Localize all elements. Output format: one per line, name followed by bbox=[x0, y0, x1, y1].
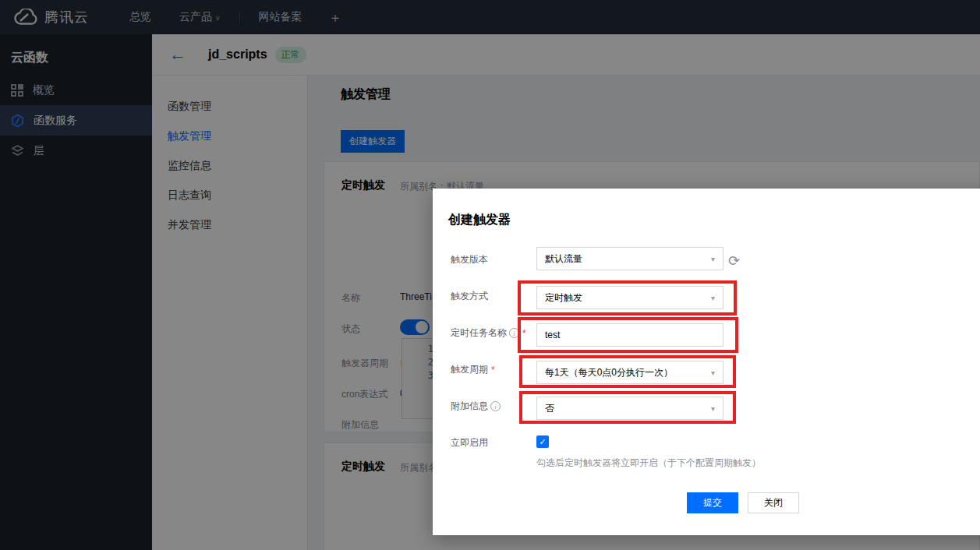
enable-now-checkbox[interactable]: ✓ bbox=[536, 435, 549, 448]
chevron-down-icon: ▾ bbox=[711, 368, 715, 377]
field-label-method: 触发方式 bbox=[451, 290, 488, 303]
required-asterisk: * bbox=[522, 328, 526, 339]
field-label-version: 触发版本 bbox=[451, 253, 488, 266]
chevron-down-icon: ▾ bbox=[711, 255, 715, 263]
required-asterisk: * bbox=[491, 365, 495, 375]
field-label-task-name: 定时任务名称i* bbox=[451, 326, 526, 340]
field-label-enable: 立即启用 bbox=[451, 436, 488, 450]
trigger-period-select[interactable]: 每1天（每天0点0分执行一次） ▾ bbox=[536, 361, 724, 384]
field-label-extra: 附加信息i bbox=[451, 400, 501, 413]
task-name-input[interactable] bbox=[536, 323, 724, 347]
submit-button[interactable]: 提交 bbox=[687, 492, 738, 513]
info-icon[interactable]: i bbox=[490, 401, 501, 411]
field-label-period: 触发周期* bbox=[451, 363, 495, 376]
trigger-method-select[interactable]: 定时触发 ▾ bbox=[536, 286, 724, 309]
extra-info-select[interactable]: 否 ▾ bbox=[536, 397, 724, 420]
create-trigger-modal: 创建触发器 触发版本 默认流量 ▾ ⟳ 触发方式 定时触发 ▾ 定时任务名称i*… bbox=[433, 189, 980, 535]
close-button[interactable]: 关闭 bbox=[748, 492, 799, 513]
refresh-icon[interactable]: ⟳ bbox=[728, 252, 740, 270]
info-icon[interactable]: i bbox=[509, 328, 519, 338]
chevron-down-icon: ▾ bbox=[711, 404, 715, 413]
modal-title: 创建触发器 bbox=[448, 212, 511, 228]
chevron-down-icon: ▾ bbox=[711, 294, 715, 302]
enable-helper-text: 勾选后定时触发器将立即开启（于下个配置周期触发） bbox=[536, 457, 761, 470]
version-select[interactable]: 默认流量 ▾ bbox=[536, 247, 724, 270]
